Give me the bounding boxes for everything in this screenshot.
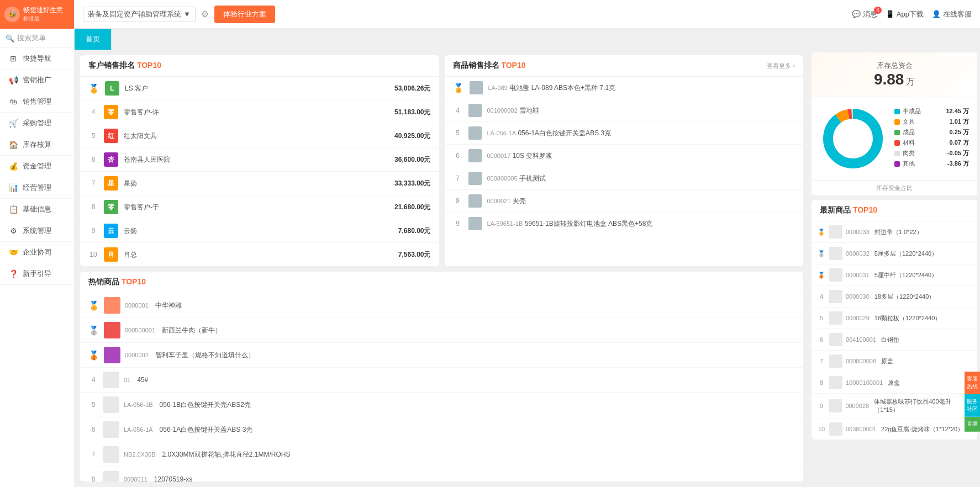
app-download-btn[interactable]: 📱 App下载	[886, 9, 924, 19]
customer-ranking-title: 客户销售排名 TOP10	[88, 61, 161, 71]
sidebar-item-operations[interactable]: 📊 经营管理	[0, 177, 74, 199]
list-item: 8 0000021 夹壳	[445, 190, 804, 213]
purchase-icon: 🛒	[8, 119, 18, 128]
customer-avatar: L	[105, 81, 119, 96]
nav-label: 资金管理	[23, 161, 51, 171]
product-img	[103, 471, 119, 481]
customer-service-btn[interactable]: 客服热线	[965, 372, 980, 394]
customer-avatar: 零	[104, 105, 118, 119]
content-area: 客户销售排名 TOP10 🏅 L LS 客户 53,006.26元 4 零	[75, 50, 980, 487]
product-name: 056-1A白色按键开关盖ABS 3壳	[160, 425, 795, 435]
customer-value: 21,680.00元	[394, 203, 430, 212]
legend-color	[894, 109, 900, 114]
try-button[interactable]: 体验行业方案	[214, 6, 275, 23]
topbar-right: 💬 消息 6 📱 App下载 👤 在线客服	[852, 9, 972, 19]
rank-num: 7	[817, 358, 826, 364]
sidebar-item-inventory[interactable]: 🏠 库存核算	[0, 134, 74, 156]
donut-section: 半成品 12.45 万 文具 1.01 万 成品 0.25 万	[812, 97, 977, 180]
product-img	[468, 149, 482, 162]
rank-num: 7	[453, 174, 463, 182]
operations-icon: 📊	[8, 183, 18, 192]
customer-avatar: 肖	[104, 247, 118, 262]
list-item: 8 0000011 12070519-xs	[80, 467, 803, 481]
product-code: LA-056-1B	[124, 401, 153, 408]
product-img	[103, 396, 119, 413]
sidebar-item-basic-info[interactable]: 📋 基础信息	[0, 199, 74, 220]
direct-btn[interactable]: 直播	[965, 417, 980, 432]
online-service-label: 在线客服	[943, 9, 972, 19]
rank-num: 8	[817, 379, 826, 386]
list-item: 9 云 云扬 7,680.00元	[80, 219, 439, 243]
list-item: 🏅 0000033 封边带（1.0*22）	[812, 221, 977, 243]
system-icon: ⚙	[8, 226, 18, 235]
app-logo: 🐝 畅捷通好生意 标准版	[0, 0, 74, 29]
sidebar-item-sales[interactable]: 🛍 销售管理	[0, 91, 74, 113]
list-item: 4 01 45#	[80, 368, 803, 393]
customer-avatar: 杏	[104, 152, 118, 167]
product-img	[829, 399, 842, 412]
rank-num: 9	[817, 403, 825, 409]
list-item: 6 杏 苍南县人民医院 36,600.00元	[80, 148, 439, 172]
settings-icon[interactable]: ⚙	[201, 9, 209, 19]
sidebar-item-finance[interactable]: 💰 资金管理	[0, 156, 74, 177]
list-item: 7 000800005 手机测试	[445, 167, 804, 190]
product-img	[829, 268, 842, 282]
sidebar-item-purchase[interactable]: 🛒 采购管理	[0, 113, 74, 134]
product-sales-ranking-card: 商品销售排名 TOP10 查看更多 › 🏅 LA-089 电池盖 LA-089 …	[445, 55, 804, 266]
list-item: 9 0000028 体城嘉枚味苏打饮品400毫升（1*15）	[812, 394, 977, 419]
sidebar-item-guide[interactable]: ❓ 新手引导	[0, 263, 74, 285]
list-item: 7 NB2.0X30B 2.0X30MM双搓花轴,搓花直径2.1MM/ROHS	[80, 442, 803, 467]
rank-num: 5	[88, 132, 98, 140]
product-name: 18多层（1220*2440）	[874, 293, 935, 301]
product-code: 10000100001	[846, 379, 883, 386]
list-item: 10 肖 肖总 7,563.00元	[80, 243, 439, 266]
product-code: 01	[124, 377, 130, 383]
legend-name: 成品	[903, 128, 947, 136]
product-code: NB2.0X30B	[124, 451, 155, 458]
product-info: LA-089 电池盖 LA-089 ABS本色+黑种 7.1克	[488, 83, 795, 93]
product-img	[470, 81, 483, 94]
rank-medal-1: 🏅	[88, 83, 99, 94]
nav-label: 经营管理	[23, 183, 51, 193]
app-download-label: App下载	[897, 9, 924, 19]
product-name: 22g鱼豆腐-烧烤味（1*12*20）	[881, 425, 963, 433]
sidebar-item-enterprise[interactable]: 🤝 企业协同	[0, 242, 74, 263]
product-img	[829, 225, 842, 239]
list-item: 4 001000002 雪地鞋	[445, 99, 804, 122]
tab-home[interactable]: 首页	[75, 29, 112, 50]
hot-products-card: 热销商品 TOP10 🏅 0000001 中华神雕 🥈 000500001 新西…	[80, 272, 803, 481]
basic-info-icon: 📋	[8, 205, 18, 214]
sidebar-item-system[interactable]: ⚙ 系统管理	[0, 220, 74, 242]
marketing-icon: 📢	[8, 76, 18, 84]
product-info: LA-59651-1B 59651-1B旋转投影灯电池盒 ABS黑色+58克	[487, 219, 795, 229]
online-service-btn[interactable]: 👤 在线客服	[932, 9, 972, 19]
customer-value: 40,925.00元	[394, 131, 430, 141]
rank-num: 6	[88, 156, 98, 163]
donut-chart	[820, 105, 886, 172]
product-name: 智利车子里（规格不知道填什么）	[155, 351, 795, 360]
product-img	[103, 421, 119, 438]
main-area: 装备及固定资产辅助管理系统 ▼ ⚙ 体验行业方案 💬 消息 6 📱 App下载 …	[75, 0, 980, 487]
rank-num: 8	[88, 475, 98, 481]
nav-label: 基础信息	[23, 204, 51, 214]
notifications-btn[interactable]: 💬 消息 6	[852, 9, 877, 19]
list-item: 🥈 0000032 5厘多层（1220*2440）	[812, 243, 977, 264]
app-name: 畅捷通好生意	[23, 6, 63, 15]
service-community-btn[interactable]: 服务社区	[965, 394, 980, 417]
product-code: 0000033	[846, 229, 870, 235]
sidebar-item-marketing[interactable]: 📢 营销推广	[0, 70, 74, 91]
product-name: 5厘多层（1220*2440）	[874, 250, 937, 258]
system-selector[interactable]: 装备及固定资产辅助管理系统 ▼	[83, 7, 196, 22]
view-more-link[interactable]: 查看更多 ›	[767, 62, 795, 70]
inventory-card: 库存总资金 9.88 万	[812, 52, 977, 195]
rank-medal: 🥉	[817, 272, 826, 279]
search-menu[interactable]: 🔍 搜索菜单	[0, 29, 74, 48]
product-code: 0000032	[846, 250, 870, 257]
customer-value: 51,183.00元	[394, 108, 430, 117]
product-img	[468, 217, 482, 230]
sidebar-item-quick-nav[interactable]: ⊞ 快捷导航	[0, 48, 74, 70]
rank-num: 5	[817, 315, 826, 321]
nav-label: 库存核算	[23, 140, 51, 150]
product-code: 004100001	[846, 336, 876, 343]
customer-name: 零售客户-于	[124, 203, 389, 212]
